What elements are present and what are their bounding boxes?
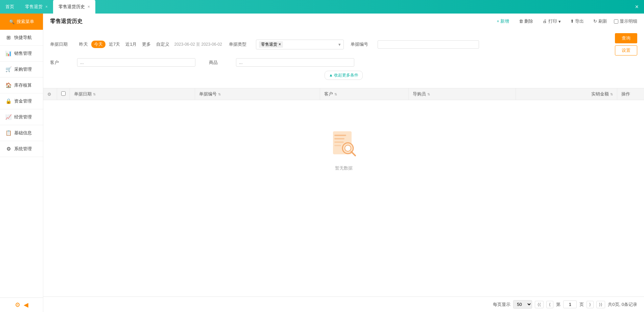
sidebar-item-system-mgmt[interactable]: ⚙ 系统管理: [0, 141, 43, 157]
th-gear[interactable]: ⚙: [43, 88, 57, 100]
print-button[interactable]: 🖨 打印 ▾: [540, 17, 564, 26]
sidebar-item-label: 采购管理: [14, 66, 32, 72]
sidebar-item-inventory[interactable]: 🏠 库存核算: [0, 77, 43, 93]
print-dropdown-icon: ▾: [558, 19, 561, 24]
window-close-icon[interactable]: ×: [635, 3, 639, 10]
new-button[interactable]: + 新增: [494, 17, 512, 26]
new-button-label: + 新增: [497, 18, 509, 24]
sidebar-item-label: 基础信息: [14, 130, 32, 136]
empty-state: 暂无数据: [43, 100, 644, 198]
sidebar-bottom: ⚙ ◀: [0, 297, 43, 312]
system-icon: ⚙: [5, 146, 11, 152]
gear-icon[interactable]: ⚙: [47, 92, 51, 97]
sidebar-item-sales-mgmt[interactable]: 📊 销售管理: [0, 46, 43, 62]
sidebar-item-basic-info[interactable]: 📋 基础信息: [0, 125, 43, 141]
th-customer[interactable]: 客户 ⇅: [320, 88, 409, 100]
th-amount[interactable]: 实销金额 ⇅: [516, 88, 617, 100]
th-action: 操作: [617, 88, 644, 100]
voucher-no-label: 单据编号: [351, 41, 371, 47]
setting-button[interactable]: 设置: [615, 45, 637, 55]
refresh-button[interactable]: ↻ 刷新: [591, 17, 610, 26]
show-detail-label: 显示明细: [620, 18, 637, 24]
export-button-label: ⬆ 导出: [570, 18, 584, 24]
th-checkbox: [57, 88, 70, 100]
date-option-custom[interactable]: 自定义: [154, 41, 171, 48]
th-date[interactable]: 单据日期 ⇅: [70, 88, 195, 100]
sidebar: 🔍 搜索菜单 ⊞ 快捷导航 📊 销售管理 🛒 采购管理 🏠 库存核算 🔒 资金管…: [0, 14, 43, 312]
sidebar-item-finance[interactable]: 🔒 资金管理: [0, 93, 43, 109]
date-option-yesterday[interactable]: 昨天: [77, 41, 90, 48]
page-title: 零售退货历史: [50, 18, 82, 25]
main-layout: 🔍 搜索菜单 ⊞ 快捷导航 📊 销售管理 🛒 采购管理 🏠 库存核算 🔒 资金管…: [0, 14, 644, 312]
total-records-text: 共0页, 0条记录: [608, 302, 637, 308]
sales-icon: 📊: [5, 50, 11, 57]
tab-home[interactable]: 首页: [0, 0, 20, 14]
page-size-select[interactable]: 50 20 100: [513, 300, 532, 309]
delete-button[interactable]: 🗑 删除: [516, 17, 536, 26]
svg-rect-2: [334, 138, 344, 139]
collapse-filter-button[interactable]: ▲ 收起更多条件: [325, 71, 363, 80]
current-page-input[interactable]: [563, 300, 577, 308]
date-option-today[interactable]: 今天: [91, 41, 105, 48]
toolbar: + 新增 🗑 删除 🖨 打印 ▾ ⬆ 导出 ↻ 刷新: [494, 17, 637, 26]
sort-no-icon: ⇅: [218, 92, 221, 96]
next-page-button[interactable]: ⟩: [587, 301, 594, 308]
show-detail-checkbox[interactable]: [614, 19, 618, 24]
date-options: 昨天 今天 近7天 近1月 更多 自定义 2023-06-02 至 2023-0…: [77, 41, 222, 48]
date-option-7days[interactable]: 近7天: [107, 41, 122, 48]
filter-row-2: 客户 商品: [50, 58, 637, 67]
empty-state-text: 暂无数据: [335, 165, 353, 171]
quick-nav-icon: ⊞: [5, 35, 11, 41]
voucher-no-input[interactable]: [378, 40, 479, 49]
voucher-type-tag: 零售退货 ×: [259, 41, 283, 48]
goods-input[interactable]: [236, 58, 354, 67]
th-guide[interactable]: 导购员 ⇅: [409, 88, 516, 100]
table-header: ⚙ 单据日期 ⇅ 单据编号: [43, 88, 644, 100]
svg-rect-4: [334, 145, 341, 146]
sidebar-item-label: 系统管理: [14, 146, 32, 152]
voucher-type-select[interactable]: 零售退货 × ▾: [256, 40, 344, 49]
show-detail-checkbox-label[interactable]: 显示明细: [614, 18, 637, 24]
svg-line-7: [351, 152, 355, 156]
tab-retail-return-history[interactable]: 零售退货历史 ×: [53, 0, 95, 14]
export-button[interactable]: ⬆ 导出: [568, 17, 587, 26]
sidebar-item-label: 资金管理: [14, 98, 32, 104]
table-container: ⚙ 单据日期 ⇅ 单据编号: [43, 88, 644, 296]
voucher-type-tag-value: 零售退货 ×: [259, 41, 283, 48]
remove-voucher-type-icon[interactable]: ×: [279, 42, 281, 47]
top-bar: 首页 零售退货 × 零售退货历史 × ×: [0, 0, 644, 14]
close-tab-retail-return[interactable]: ×: [45, 4, 48, 9]
sidebar-search[interactable]: 🔍 搜索菜单: [0, 14, 43, 30]
sidebar-item-quick-nav[interactable]: ⊞ 快捷导航: [0, 30, 43, 46]
close-tab-retail-return-history[interactable]: ×: [88, 4, 90, 9]
sidebar-item-purchase-mgmt[interactable]: 🛒 采购管理: [0, 62, 43, 77]
last-page-button[interactable]: ⟩⟩: [596, 301, 605, 308]
settings-icon[interactable]: ⚙: [15, 301, 20, 309]
sidebar-item-label: 销售管理: [14, 50, 32, 57]
empty-state-row: 暂无数据: [43, 100, 644, 199]
date-option-more[interactable]: 更多: [140, 41, 153, 48]
purchase-icon: 🛒: [5, 66, 11, 72]
svg-rect-3: [334, 141, 344, 143]
tab-retail-return[interactable]: 零售退货 ×: [20, 0, 53, 14]
sidebar-item-operations[interactable]: 📈 经营管理: [0, 109, 43, 125]
sidebar-search-label: 搜索菜单: [17, 19, 34, 25]
sidebar-item-label: 快捷导航: [14, 35, 32, 41]
sidebar-item-label: 库存核算: [14, 82, 32, 88]
sort-customer-icon: ⇅: [334, 92, 337, 96]
date-option-1month[interactable]: 近1月: [123, 41, 139, 48]
refresh-button-label: ↻ 刷新: [593, 18, 607, 24]
voucher-type-dropdown-icon: ▾: [338, 42, 341, 47]
customer-input[interactable]: [77, 58, 195, 67]
th-no[interactable]: 单据编号 ⇅: [195, 88, 320, 100]
table-header-row: ⚙ 单据日期 ⇅ 单据编号: [43, 88, 644, 100]
finance-icon: 🔒: [5, 98, 11, 104]
date-range-text: 2023-06-02 至 2023-06-02: [174, 42, 222, 47]
filter-row-1: 单据日期 昨天 今天 近7天 近1月 更多 自定义 2023-06-02 至 2…: [50, 33, 637, 55]
query-button[interactable]: 查询: [615, 33, 637, 43]
collapse-sidebar-icon[interactable]: ◀: [24, 301, 28, 309]
prev-page-button[interactable]: ⟨: [546, 301, 553, 308]
first-page-button[interactable]: ⟨⟨: [535, 301, 544, 308]
select-all-checkbox[interactable]: [61, 91, 66, 96]
date-filter-label: 单据日期: [50, 41, 70, 47]
